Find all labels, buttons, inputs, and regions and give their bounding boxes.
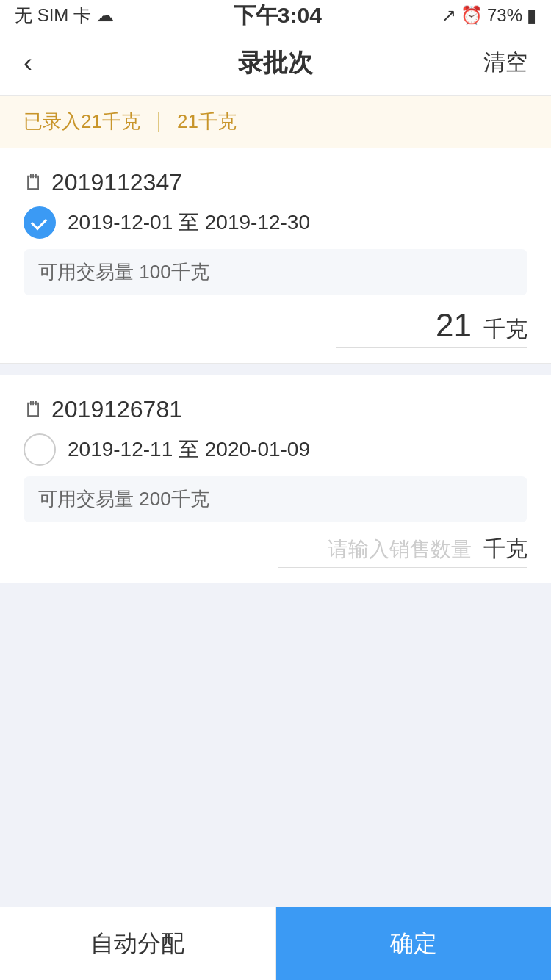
batch-date-1: 2019-12-01 至 2019-12-30 [68,209,310,237]
status-left: 无 SIM 卡 ☁ [15,4,114,27]
battery-icon: ▮ [527,5,536,26]
sim-status: 无 SIM 卡 ☁ [15,4,114,27]
batch-input-placeholder-2[interactable]: 请输入销售数量 [325,536,472,563]
info-banner: 已录入21千克 21千克 [0,96,551,148]
batch-quota-1: 可用交易量 100千克 [24,249,527,295]
batch-id-1: 2019112347 [51,169,182,196]
banner-divider [158,112,159,132]
batch-date-2: 2019-12-11 至 2020-01-09 [68,436,310,464]
clear-button[interactable]: 清空 [483,48,527,78]
status-bar: 无 SIM 卡 ☁ 下午3:04 ↗ ⏰ 73% ▮ [0,0,551,31]
recorded-amount-label: 已录入21千克 [24,109,140,134]
radio-button-1[interactable] [24,206,56,239]
amount-value: 21千克 [177,109,237,134]
separator-1 [0,364,551,375]
batch-icon-1: 🗒 [24,170,44,195]
batch-unit-1: 千克 [483,314,527,345]
back-button[interactable]: ‹ [24,48,68,79]
alarm-icon: ⏰ [461,5,483,26]
radio-button-2[interactable] [24,433,56,466]
content-area: 已录入21千克 21千克 🗒 2019112347 2019-12-01 至 2… [0,96,551,951]
confirm-button[interactable]: 确定 [276,907,552,980]
batch-header-2: 🗒 2019126781 [0,375,551,429]
batch-icon-2: 🗒 [24,397,44,422]
status-right: ↗ ⏰ 73% ▮ [442,5,536,26]
nav-bar: ‹ 录批次 清空 [0,31,551,96]
bottom-spacer [0,583,551,877]
status-time: 下午3:04 [234,1,322,31]
batch-card-2: 🗒 2019126781 2019-12-11 至 2020-01-09 可用交… [0,375,551,583]
location-icon: ↗ [442,5,456,26]
batch-unit-2: 千克 [483,534,527,564]
batch-id-2: 2019126781 [51,396,182,423]
batch-header-1: 🗒 2019112347 [0,148,551,202]
battery-percentage: 73% [487,5,522,26]
batch-date-row-1[interactable]: 2019-12-01 至 2019-12-30 [0,202,551,243]
bottom-bar: 自动分配 确定 [0,907,551,980]
auto-distribute-button[interactable]: 自动分配 [0,907,276,980]
page-title: 录批次 [238,46,313,80]
batch-quota-2: 可用交易量 200千克 [24,476,527,522]
batch-date-row-2[interactable]: 2019-12-11 至 2020-01-09 [0,429,551,470]
batch-card-1: 🗒 2019112347 2019-12-01 至 2019-12-30 可用交… [0,148,551,364]
batch-input-value-1[interactable]: 21 [413,307,472,344]
